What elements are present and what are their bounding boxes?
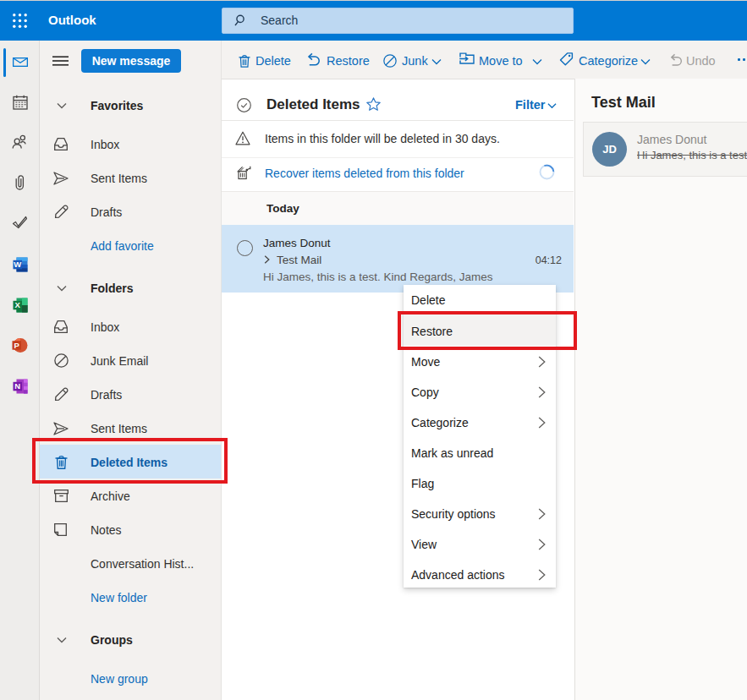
svg-text:W: W (14, 260, 21, 269)
svg-text:N: N (14, 381, 20, 391)
svg-text:P: P (14, 341, 20, 350)
svg-text:X: X (15, 300, 21, 309)
